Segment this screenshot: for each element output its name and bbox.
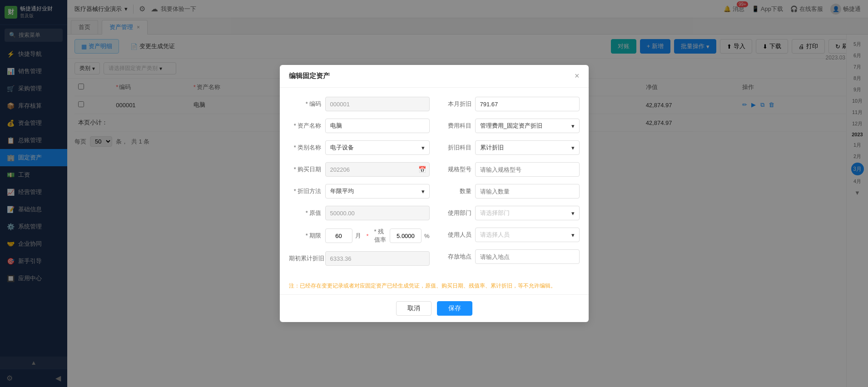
original-value-label: * 原值: [289, 209, 325, 217]
user-label: 使用人员: [439, 231, 475, 239]
modal-body: * 编码 * 资产名称 * 类别名称 电子设备 ▾: [280, 88, 589, 282]
modal-note: 注：已经存在变更记录或者对应固定资产已经生成凭证，原值、购买日期、残值率、累计折…: [280, 282, 589, 294]
monthly-dep-input[interactable]: [475, 97, 580, 111]
modal-header: 编辑固定资产 ×: [280, 65, 589, 88]
asset-name-label: * 资产名称: [289, 122, 325, 130]
dept-label: 使用部门: [439, 209, 475, 217]
modal-left-col: * 编码 * 资产名称 * 类别名称 电子设备 ▾: [289, 97, 430, 273]
expense-subject-dropdown-icon: ▾: [571, 123, 575, 129]
field-code: * 编码: [289, 97, 430, 111]
initial-dep-label: 期初累计折旧: [289, 254, 325, 263]
field-quantity: 数量: [439, 184, 580, 198]
dep-method-dropdown-icon: ▾: [422, 188, 425, 195]
residual-star: *: [367, 233, 369, 239]
cancel-button[interactable]: 取消: [396, 301, 432, 316]
period-residual-row: 月 * * 残值率 %: [325, 228, 430, 244]
save-button[interactable]: 保存: [437, 301, 472, 316]
field-expense-subject: 费用科目 管理费用_固定资产折旧 ▾: [439, 119, 580, 133]
quantity-input[interactable]: [475, 184, 580, 198]
spec-input[interactable]: [475, 162, 580, 177]
expense-subject-label: 费用科目: [439, 122, 475, 130]
modal-close-button[interactable]: ×: [575, 71, 580, 81]
expense-subject-select[interactable]: 管理费用_固定资产折旧 ▾: [475, 119, 580, 133]
calendar-icon: 📅: [418, 166, 426, 173]
dep-subject-label: 折旧科目: [439, 144, 475, 152]
initial-dep-input[interactable]: [325, 251, 430, 266]
field-dept: 使用部门 请选择部门 ▾: [439, 206, 580, 220]
field-period-residual: * 期限 月 * * 残值率 %: [289, 228, 430, 244]
field-purchase-date: * 购买日期 📅: [289, 162, 430, 177]
category-label: * 类别名称: [289, 144, 325, 152]
modal-right-col: 本月折旧 费用科目 管理费用_固定资产折旧 ▾ 折旧科目 累计折旧: [439, 97, 580, 273]
code-label: * 编码: [289, 100, 325, 108]
dep-method-label: * 折旧方法: [289, 187, 325, 195]
category-select[interactable]: 电子设备 ▾: [325, 140, 430, 155]
field-location: 存放地点: [439, 249, 580, 264]
period-input[interactable]: [325, 228, 352, 243]
quantity-label: 数量: [439, 187, 475, 195]
residual-unit: %: [424, 233, 430, 239]
field-spec: 规格型号: [439, 162, 580, 177]
monthly-dep-label: 本月折旧: [439, 100, 475, 108]
field-monthly-dep: 本月折旧: [439, 97, 580, 111]
field-dep-method: * 折旧方法 年限平均 ▾: [289, 184, 430, 198]
edit-fixed-asset-modal: 编辑固定资产 × * 编码 * 资产名称 * 类别名称: [280, 65, 589, 322]
location-input[interactable]: [475, 249, 580, 264]
field-original-value: * 原值: [289, 206, 430, 220]
field-asset-name: * 资产名称: [289, 119, 430, 133]
dep-subject-select[interactable]: 累计折旧 ▾: [475, 140, 580, 155]
spec-label: 规格型号: [439, 165, 475, 174]
purchase-date-input[interactable]: [325, 162, 430, 177]
residual-label: * 残值率: [374, 228, 387, 244]
field-dep-subject: 折旧科目 累计折旧 ▾: [439, 140, 580, 155]
field-category: * 类别名称 电子设备 ▾: [289, 140, 430, 155]
dep-subject-dropdown-icon: ▾: [571, 144, 575, 151]
user-select[interactable]: 请选择人员 ▾: [475, 228, 580, 242]
dept-select[interactable]: 请选择部门 ▾: [475, 206, 580, 220]
field-user: 使用人员 请选择人员 ▾: [439, 228, 580, 242]
field-initial-dep: 期初累计折旧: [289, 251, 430, 266]
original-value-input[interactable]: [325, 206, 430, 220]
purchase-date-label: * 购买日期: [289, 165, 325, 174]
dep-method-select[interactable]: 年限平均 ▾: [325, 184, 430, 198]
category-dropdown-icon: ▾: [422, 144, 425, 151]
user-dropdown-icon: ▾: [571, 232, 575, 238]
code-input[interactable]: [325, 97, 430, 111]
modal-footer: 取消 保存: [280, 294, 589, 322]
residual-input[interactable]: [390, 228, 422, 243]
dept-dropdown-icon: ▾: [571, 210, 575, 217]
purchase-date-wrap: 📅: [325, 162, 430, 177]
location-label: 存放地点: [439, 253, 475, 261]
period-unit: 月: [355, 232, 361, 240]
modal-title: 编辑固定资产: [289, 72, 330, 80]
modal-overlay: 编辑固定资产 × * 编码 * 资产名称 * 类别名称: [0, 0, 868, 387]
asset-name-input[interactable]: [325, 119, 430, 133]
period-label: * 期限: [289, 232, 325, 240]
